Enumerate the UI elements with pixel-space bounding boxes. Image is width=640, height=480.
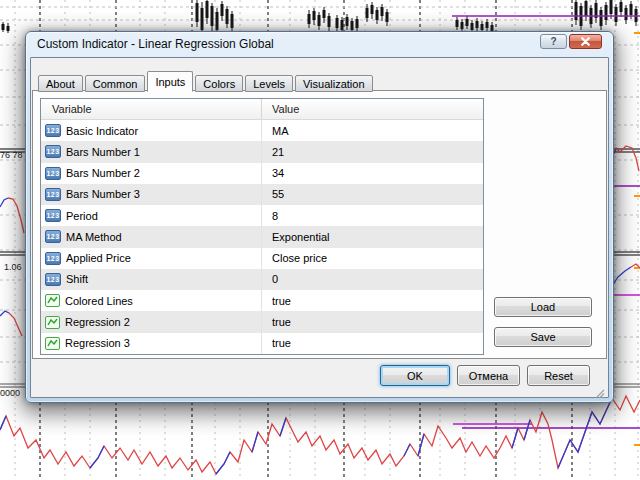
cancel-button[interactable]: Отмена (457, 365, 520, 386)
boolean-parameter-icon (45, 337, 60, 350)
close-button[interactable] (569, 34, 602, 49)
tab-levels[interactable]: Levels (245, 75, 293, 92)
param-name: Applied Price (66, 252, 131, 264)
load-button[interactable]: Load (494, 297, 592, 317)
tab-page-inputs: Variable Value 123Basic Indicator MA 123… (32, 90, 607, 359)
param-row[interactable]: 123MA Method Exponential (41, 226, 483, 247)
param-value[interactable]: 34 (262, 163, 483, 184)
parameters-table: Variable Value 123Basic Indicator MA 123… (40, 98, 484, 355)
price-label: 0000 (0, 388, 20, 398)
param-name: Regression 2 (65, 316, 130, 328)
param-row[interactable]: Regression 3 true (41, 333, 483, 354)
param-value[interactable]: true (262, 311, 483, 332)
close-icon (581, 37, 590, 46)
tab-visualization[interactable]: Visualization (295, 75, 373, 92)
param-name: Bars Number 3 (66, 188, 140, 200)
numeric-parameter-icon: 123 (45, 252, 61, 265)
price-label: 76 78 (0, 150, 23, 160)
param-name: MA Method (66, 231, 122, 243)
param-value[interactable]: true (262, 333, 483, 354)
column-header-value: Value (262, 99, 483, 119)
price-label: 1.06 (4, 262, 22, 272)
param-name: Colored Lines (65, 295, 133, 307)
param-value[interactable]: 21 (262, 141, 483, 162)
param-row[interactable]: Colored Lines true (41, 290, 483, 311)
numeric-parameter-icon: 123 (45, 167, 61, 180)
tab-common[interactable]: Common (85, 75, 146, 92)
help-icon: ? (550, 36, 556, 47)
save-button[interactable]: Save (494, 327, 592, 347)
resize-grip[interactable] (595, 385, 605, 395)
param-row[interactable]: 123Bars Number 1 21 (41, 141, 483, 162)
param-value[interactable]: true (262, 290, 483, 311)
param-row[interactable]: 123Bars Number 2 34 (41, 163, 483, 184)
numeric-parameter-icon: 123 (45, 209, 61, 222)
table-header: Variable Value (41, 99, 483, 120)
ok-button[interactable]: OK (380, 365, 450, 386)
tab-inputs[interactable]: Inputs (147, 71, 193, 92)
numeric-parameter-icon: 123 (45, 273, 61, 286)
param-row[interactable]: 123Basic Indicator MA (41, 120, 483, 141)
dialog-custom-indicator: Custom Indicator - Linear Regression Glo… (25, 31, 614, 403)
tab-bar: About Common Inputs Colors Levels Visual… (38, 71, 375, 91)
help-button[interactable]: ? (540, 34, 567, 49)
numeric-parameter-icon: 123 (45, 145, 61, 158)
screen: 76 78 1.06 0000 Custom Indicator - Linea… (0, 0, 640, 480)
dialog-client-area: About Common Inputs Colors Levels Visual… (30, 57, 609, 398)
param-value[interactable]: 0 (262, 269, 483, 290)
numeric-parameter-icon: 123 (45, 188, 61, 201)
param-row[interactable]: 123Shift 0 (41, 269, 483, 290)
param-row[interactable]: 123Applied Price Close price (41, 248, 483, 269)
titlebar[interactable]: Custom Indicator - Linear Regression Glo… (26, 32, 613, 57)
param-name: Bars Number 1 (66, 146, 140, 158)
param-name: Regression 3 (65, 337, 130, 349)
param-name: Bars Number 2 (66, 167, 140, 179)
numeric-parameter-icon: 123 (45, 124, 61, 137)
param-value[interactable]: 8 (262, 205, 483, 226)
param-name: Shift (66, 273, 88, 285)
column-header-variable: Variable (41, 99, 262, 119)
param-value[interactable]: MA (262, 120, 483, 141)
param-value[interactable]: 55 (262, 184, 483, 205)
param-name: Period (66, 210, 98, 222)
param-value[interactable]: Exponential (262, 226, 483, 247)
param-row[interactable]: Regression 2 true (41, 311, 483, 332)
reset-button[interactable]: Reset (527, 365, 590, 386)
boolean-parameter-icon (45, 316, 60, 329)
param-row[interactable]: 123Bars Number 3 55 (41, 184, 483, 205)
boolean-parameter-icon (45, 294, 60, 307)
tab-colors[interactable]: Colors (195, 75, 243, 92)
window-title: Custom Indicator - Linear Regression Glo… (37, 37, 274, 51)
numeric-parameter-icon: 123 (45, 230, 61, 243)
table-rows: 123Basic Indicator MA 123Bars Number 1 2… (41, 120, 483, 354)
param-name: Basic Indicator (66, 125, 138, 137)
tab-about[interactable]: About (38, 75, 83, 92)
param-row[interactable]: 123Period 8 (41, 205, 483, 226)
param-value[interactable]: Close price (262, 248, 483, 269)
